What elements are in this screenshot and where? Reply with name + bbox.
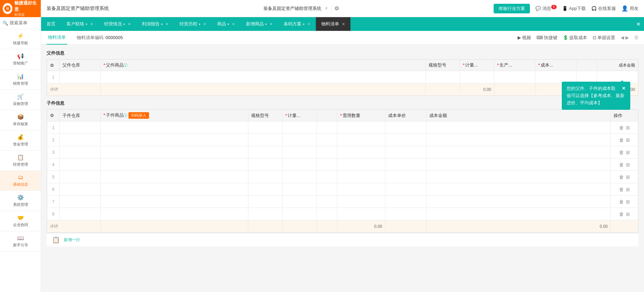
delete-icon-8[interactable]: 🗑 <box>619 211 624 217</box>
th-settings[interactable]: ⚙ <box>47 60 60 71</box>
online-service-btn[interactable]: 🎧 在线客服 <box>591 5 616 12</box>
parent-row-1-spec[interactable] <box>426 71 460 83</box>
child-row-5-unit-cost[interactable] <box>385 171 426 183</box>
copy-icon-2[interactable]: ⊞ <box>626 137 630 143</box>
app-download-btn[interactable]: 📱 App下载 <box>562 5 586 12</box>
parent-row-1-warehouse[interactable] <box>60 71 101 83</box>
experience-btn[interactable]: 体验行业方案 <box>494 4 530 13</box>
shortcut-btn[interactable]: ⌨ 快捷键 <box>536 35 557 41</box>
sub-tab-bom-code[interactable]: 物料清单编码 0000005 <box>75 31 124 45</box>
nav-right-btn[interactable]: ▶ <box>626 35 629 40</box>
doc-settings-btn[interactable]: ⊡ 单据设置 <box>593 35 615 41</box>
nav-close-all-btn[interactable]: ✕ <box>633 21 644 27</box>
child-row-3-qty[interactable] <box>337 146 385 159</box>
tab-bom-close[interactable]: ✕ <box>342 22 345 26</box>
child-row-2-unit[interactable] <box>282 134 317 146</box>
parent-row-1-unit[interactable] <box>460 71 494 83</box>
child-row-7-product[interactable] <box>101 196 248 208</box>
add-row-label[interactable]: 新增一行 <box>64 237 80 243</box>
delete-icon-6[interactable]: 🗑 <box>619 187 624 192</box>
sidebar-item-system[interactable]: ⚙️ 系统管理 <box>0 191 41 211</box>
child-row-2-qty[interactable] <box>337 134 385 146</box>
child-row-5-qty[interactable] <box>337 171 385 183</box>
tab-home[interactable]: 首页 <box>41 17 61 31</box>
tab-operations-close[interactable]: ✕ <box>128 22 131 26</box>
child-row-1-qty[interactable] <box>337 121 385 134</box>
copy-icon-5[interactable]: ⊞ <box>626 174 630 180</box>
tab-bom[interactable]: 物料清单 ✕ <box>316 17 350 31</box>
tab-goods-close[interactable]: ✕ <box>232 22 235 26</box>
tab-customer-close[interactable]: ✕ <box>90 22 93 26</box>
sidebar-item-basic-info[interactable]: 🗂 基础信息 <box>0 171 41 191</box>
user-btn[interactable]: 👤 用友 <box>621 5 639 12</box>
child-row-6-qty[interactable] <box>337 183 385 196</box>
message-btn[interactable]: 💬 消息 5 <box>535 5 557 12</box>
extract-cost-btn[interactable]: 💲 提取成本 <box>563 35 587 41</box>
child-row-8-warehouse[interactable] <box>60 208 101 220</box>
tab-profit[interactable]: 利润报告 ▾ ✕ <box>136 17 174 31</box>
child-row-5-warehouse[interactable] <box>60 171 101 183</box>
child-row-6-spec[interactable] <box>248 183 282 196</box>
scan-input-btn[interactable]: 扫码录入 <box>128 112 149 119</box>
list-view-btn[interactable]: ☰ <box>634 35 639 40</box>
child-row-3-spec[interactable] <box>248 146 282 159</box>
copy-icon-1[interactable]: ⊞ <box>626 125 630 130</box>
child-row-2-product[interactable] <box>101 134 248 146</box>
sidebar-item-quick-nav[interactable]: ⚡ 快捷导航 <box>0 29 41 49</box>
sidebar-item-sales[interactable]: 📊 销售管理 <box>0 70 41 90</box>
child-row-4-qty[interactable] <box>337 159 385 171</box>
delete-icon-1[interactable]: 🗑 <box>619 125 624 130</box>
copy-icon-3[interactable]: ⊞ <box>626 150 630 155</box>
gear-icon[interactable]: ⚙ <box>334 5 339 12</box>
video-btn[interactable]: ▶ 视频 <box>518 35 531 41</box>
child-row-3-warehouse[interactable] <box>60 146 101 159</box>
child-row-6-unit[interactable] <box>282 183 317 196</box>
sidebar-item-marketing[interactable]: 📢 营销推广 <box>0 49 41 70</box>
child-row-1-unit-cost[interactable] <box>385 121 426 134</box>
tab-goods[interactable]: 商品 ▾ ✕ <box>212 17 240 31</box>
sidebar-item-operations[interactable]: 📋 经营管理 <box>0 151 41 171</box>
child-row-7-warehouse[interactable] <box>60 196 101 208</box>
delete-icon-7[interactable]: 🗑 <box>619 199 624 205</box>
child-row-4-unit[interactable] <box>282 159 317 171</box>
child-row-7-spec[interactable] <box>248 196 282 208</box>
sidebar-item-search[interactable]: 🔍 搜索菜单 <box>0 17 41 29</box>
child-row-1-spec[interactable] <box>248 121 282 134</box>
delete-icon-2[interactable]: 🗑 <box>619 137 624 143</box>
parent-product-info[interactable]: ⓘ <box>124 63 127 67</box>
sidebar-item-guide[interactable]: 📖 新手引导 <box>0 231 41 252</box>
child-row-6-warehouse[interactable] <box>60 183 101 196</box>
child-row-2-unit-cost[interactable] <box>385 134 426 146</box>
tab-new-goods[interactable]: 新增商品 ▾ ✕ <box>240 17 278 31</box>
tab-new-goods-close[interactable]: ✕ <box>270 22 273 26</box>
delete-icon-4[interactable]: 🗑 <box>619 162 624 167</box>
child-row-4-spec[interactable] <box>248 159 282 171</box>
child-row-3-product[interactable] <box>101 146 248 159</box>
child-row-7-unit[interactable] <box>282 196 317 208</box>
nav-left-btn[interactable]: ◀ <box>621 35 624 40</box>
child-row-5-unit[interactable] <box>282 171 317 183</box>
tab-profit-close[interactable]: ✕ <box>165 22 169 26</box>
child-row-8-unit-cost[interactable] <box>385 208 426 220</box>
tab-customer[interactable]: 客户联络 ▾ ✕ <box>61 17 99 31</box>
child-row-3-unit[interactable] <box>282 146 317 159</box>
sidebar-item-purchase[interactable]: 🛒 采购管理 <box>0 90 41 110</box>
child-row-5-spec[interactable] <box>248 171 282 183</box>
parent-row-1-produce[interactable] <box>494 71 535 83</box>
child-row-2-spec[interactable] <box>248 134 282 146</box>
child-row-6-unit-cost[interactable] <box>385 183 426 196</box>
copy-icon-4[interactable]: ⊞ <box>626 162 630 167</box>
tab-barcode-close[interactable]: ✕ <box>307 22 310 26</box>
child-product-info[interactable]: ⓘ <box>124 113 127 117</box>
child-row-1-unit[interactable] <box>282 121 317 134</box>
sidebar-item-inventory[interactable]: 📦 库存核算 <box>0 110 41 130</box>
sidebar-item-finance[interactable]: 💰 资金管理 <box>0 130 41 151</box>
child-row-5-product[interactable] <box>101 171 248 183</box>
tab-history-close[interactable]: ✕ <box>203 22 206 26</box>
child-row-4-unit-cost[interactable] <box>385 159 426 171</box>
child-row-4-warehouse[interactable] <box>60 159 101 171</box>
child-row-2-warehouse[interactable] <box>60 134 101 146</box>
delete-icon-3[interactable]: 🗑 <box>619 150 624 155</box>
child-row-8-product[interactable] <box>101 208 248 220</box>
copy-icon-8[interactable]: ⊞ <box>626 211 630 217</box>
